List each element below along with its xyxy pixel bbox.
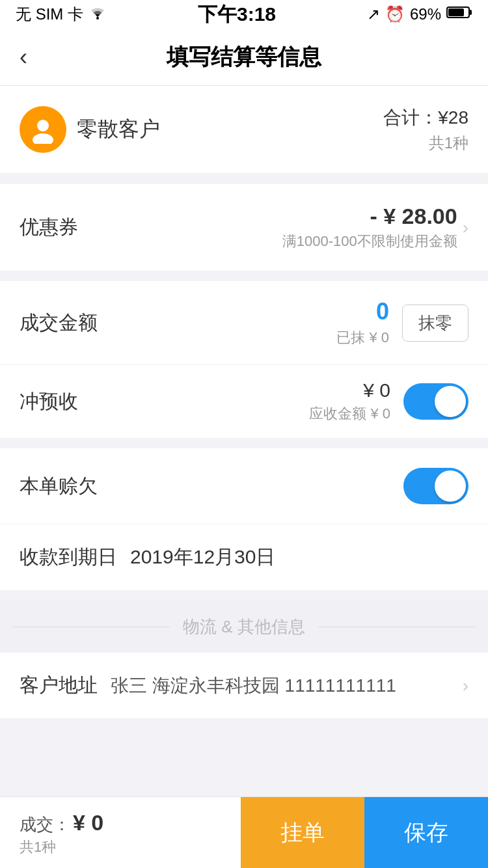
duedate-value: 2019年12月30日	[130, 544, 275, 571]
bottom-deal-label: 成交：	[20, 813, 70, 836]
customer-name: 零散客户	[77, 115, 160, 144]
transaction-section: 成交金额 0 已抹 ¥ 0 抹零 冲预收 ¥ 0 应收金额 ¥ 0	[0, 281, 488, 438]
address-right: ›	[463, 675, 468, 696]
bottom-item-count: 共1种	[20, 837, 221, 857]
alarm-icon: ⏰	[385, 5, 405, 23]
transaction-sub: 已抹 ¥ 0	[336, 328, 389, 347]
prepayment-main-amount: ¥ 0	[309, 379, 390, 401]
svg-point-0	[96, 17, 99, 20]
debt-label: 本单赊欠	[20, 473, 98, 500]
bottom-bar: 成交： ¥ 0 共1种 挂单 保存	[0, 796, 488, 868]
debt-toggle-knob	[435, 470, 466, 502]
battery-level: 69%	[410, 5, 441, 23]
transaction-value[interactable]: 0	[376, 298, 389, 325]
transaction-amount-wrapper: 0 已抹 ¥ 0	[336, 298, 389, 347]
prepayment-right: ¥ 0 应收金额 ¥ 0	[309, 379, 468, 424]
location-icon: ↗	[367, 5, 380, 23]
wifi-icon	[88, 5, 107, 23]
status-bar: 无 SIM 卡 下午3:18 ↗ ⏰ 69%	[0, 0, 488, 29]
item-count: 共1种	[383, 133, 468, 154]
coupon-description: 满1000-100不限制使用金额	[282, 232, 457, 251]
svg-point-4	[37, 120, 49, 131]
address-section[interactable]: 客户地址 张三 海淀永丰科技园 11111111111 ›	[0, 653, 488, 718]
status-bar-left: 无 SIM 卡	[16, 4, 107, 25]
coupon-info: - ¥ 28.00 满1000-100不限制使用金额	[282, 204, 457, 251]
coupon-label: 优惠券	[20, 214, 78, 241]
coupon-right[interactable]: - ¥ 28.00 满1000-100不限制使用金额 ›	[282, 204, 468, 251]
bottom-info: 成交： ¥ 0 共1种	[0, 809, 241, 857]
transaction-row: 成交金额 0 已抹 ¥ 0 抹零	[0, 281, 488, 364]
customer-section: 零散客户 合计：¥28 共1种	[0, 86, 488, 173]
status-bar-right: ↗ ⏰ 69%	[367, 5, 472, 23]
status-bar-time: 下午3:18	[198, 1, 276, 28]
customer-total: 合计：¥28 共1种	[383, 105, 468, 154]
bottom-actions: 挂单 保存	[241, 797, 488, 868]
save-button[interactable]: 保存	[364, 797, 488, 868]
prepayment-row: 冲预收 ¥ 0 应收金额 ¥ 0	[0, 364, 488, 438]
coupon-section[interactable]: 优惠券 - ¥ 28.00 满1000-100不限制使用金额 ›	[0, 183, 488, 271]
bottom-deal-amount: ¥ 0	[73, 810, 103, 835]
address-row[interactable]: 客户地址 张三 海淀永丰科技园 11111111111 ›	[0, 653, 488, 718]
sim-status: 无 SIM 卡	[16, 4, 83, 25]
debt-toggle[interactable]	[403, 468, 468, 504]
logistics-divider: 物流 & 其他信息	[0, 601, 488, 653]
address-value: 张三 海淀永丰科技园 11111111111	[111, 673, 463, 698]
round-button[interactable]: 抹零	[402, 305, 468, 342]
back-button[interactable]: ‹	[20, 44, 27, 71]
total-amount: 合计：¥28	[383, 105, 468, 130]
transaction-right: 0 已抹 ¥ 0 抹零	[336, 298, 468, 347]
coupon-discount: - ¥ 28.00	[282, 204, 457, 229]
address-label: 客户地址	[20, 672, 98, 699]
prepayment-amounts: ¥ 0 应收金额 ¥ 0	[309, 379, 390, 424]
customer-info: 零散客户	[20, 106, 160, 153]
chevron-right-icon: ›	[463, 217, 468, 238]
prepayment-sub-amount: 应收金额 ¥ 0	[309, 404, 390, 424]
svg-rect-3	[448, 8, 464, 16]
logistics-label: 物流 & 其他信息	[183, 616, 305, 638]
battery-icon	[446, 5, 472, 23]
debt-section: 本单赊欠 收款到期日 2019年12月30日	[0, 448, 488, 590]
svg-rect-2	[469, 10, 472, 15]
divider-line-left	[13, 627, 170, 627]
toggle-knob	[435, 386, 466, 417]
address-chevron-icon: ›	[463, 675, 468, 696]
prepayment-label: 冲预收	[20, 388, 78, 415]
svg-point-5	[33, 133, 53, 144]
divider-line-right	[318, 627, 475, 627]
debt-row: 本单赊欠	[0, 448, 488, 524]
pending-button[interactable]: 挂单	[241, 797, 364, 868]
avatar	[20, 106, 66, 153]
nav-bar: ‹ 填写结算等信息	[0, 29, 488, 86]
page-title: 填写结算等信息	[167, 42, 321, 72]
coupon-row[interactable]: 优惠券 - ¥ 28.00 满1000-100不限制使用金额 ›	[0, 183, 488, 271]
customer-row: 零散客户 合计：¥28 共1种	[0, 86, 488, 173]
duedate-row: 收款到期日 2019年12月30日	[0, 524, 488, 590]
duedate-label: 收款到期日	[20, 544, 117, 571]
transaction-label: 成交金额	[20, 310, 98, 336]
prepayment-toggle[interactable]	[403, 383, 468, 420]
